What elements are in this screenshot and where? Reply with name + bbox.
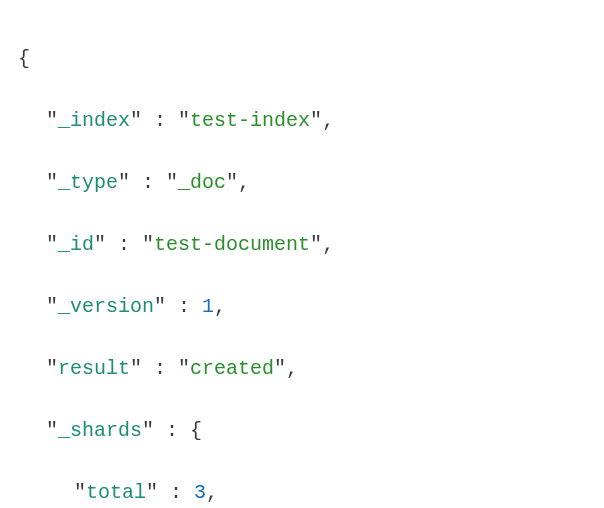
key-version: "_version" xyxy=(46,295,166,318)
key-type: "_type" xyxy=(46,171,130,194)
code-block: { "_index" : "test-index", "_type" : "_d… xyxy=(18,12,586,508)
line-index: "_index" : "test-index", xyxy=(18,105,586,136)
key-result: "result" xyxy=(46,357,142,380)
line-version: "_version" : 1, xyxy=(18,291,586,322)
key-total: "total" xyxy=(74,481,158,504)
line-result: "result" : "created", xyxy=(18,353,586,384)
val-id: "test-document" xyxy=(142,233,322,256)
json-open: { xyxy=(18,43,586,74)
key-index: "_index" xyxy=(46,109,142,132)
val-total: 3 xyxy=(194,481,206,504)
val-type: "_doc" xyxy=(166,171,238,194)
line-shards-total: "total" : 3, xyxy=(18,477,586,508)
val-index: "test-index" xyxy=(178,109,322,132)
key-id: "_id" xyxy=(46,233,106,256)
val-result: "created" xyxy=(178,357,286,380)
line-type: "_type" : "_doc", xyxy=(18,167,586,198)
shards-brace-open: { xyxy=(190,419,202,442)
val-version: 1 xyxy=(202,295,214,318)
key-shards: "_shards" xyxy=(46,419,154,442)
line-shards-open: "_shards" : { xyxy=(18,415,586,446)
line-id: "_id" : "test-document", xyxy=(18,229,586,260)
brace-open: { xyxy=(18,47,30,70)
